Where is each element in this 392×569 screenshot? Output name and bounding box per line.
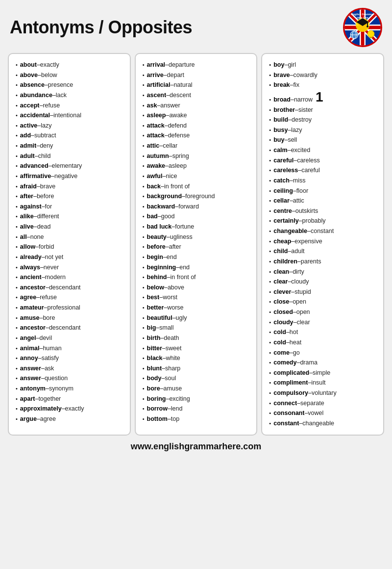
list-item: cold – heat	[269, 337, 378, 348]
list-item: compulsory – voluntary	[269, 388, 378, 398]
word-primary: constant	[273, 418, 299, 429]
word-antonym: different	[37, 211, 59, 222]
word-primary: affirmative	[20, 171, 51, 181]
word-antonym: cellar	[163, 141, 177, 151]
list-item: closed – open	[269, 307, 378, 317]
list-item: black – white	[143, 353, 252, 363]
word-primary: boring	[147, 394, 166, 404]
list-item: add – subtract	[16, 130, 125, 141]
word-primary: cold	[273, 327, 286, 337]
list-item: beginning – end	[143, 262, 252, 273]
word-antonym: exactly	[40, 60, 59, 70]
list-item: brother – sister	[269, 105, 378, 115]
word-primary: answer	[20, 373, 41, 384]
word-antonym: cowardly	[294, 70, 318, 80]
list-item: attack – defend	[143, 121, 252, 131]
word-primary: attic	[147, 141, 160, 151]
word-antonym: after	[169, 242, 181, 252]
word-primary: build	[273, 115, 288, 125]
column-1: about – exactlyabove – belowabsence – pr…	[8, 53, 131, 436]
word-primary: ancestor	[20, 283, 46, 293]
word-antonym: excited	[291, 145, 311, 155]
word-antonym: sweet	[166, 343, 182, 354]
word-antonym: descendant	[49, 323, 81, 333]
list-item: autumn – spring	[143, 151, 252, 161]
list-item: connect – separate	[269, 398, 378, 409]
word-primary: children	[273, 257, 297, 267]
word-primary: black	[147, 353, 163, 363]
list-item: boy – girl	[269, 60, 378, 70]
word-primary: child	[273, 246, 288, 257]
word-antonym: for	[45, 202, 52, 212]
logo-inner: English Grammar Here.Com	[344, 9, 381, 46]
word-antonym: together	[38, 394, 61, 404]
word-antonym: in front of	[164, 181, 190, 192]
word-primary: arrive	[147, 70, 164, 80]
list-item: compliment – insult	[269, 378, 378, 388]
word-antonym: separate	[300, 398, 324, 409]
columns-container: about – exactlyabove – belowabsence – pr…	[8, 53, 384, 436]
footer: www.englishgrammarhere.com	[8, 441, 384, 452]
word-primary: awful	[147, 171, 163, 181]
word-antonym: defense	[168, 130, 190, 141]
list-item: constant – changeable	[269, 418, 378, 429]
word-antonym: worse	[167, 303, 183, 313]
list-item: begin – end	[143, 252, 252, 262]
word-primary: absence	[20, 80, 45, 90]
word-primary: cellar	[273, 196, 290, 206]
word-antonym: hot	[290, 327, 298, 337]
list-item: bitter – sweet	[143, 343, 252, 354]
word-antonym: end	[179, 262, 190, 273]
list-item: ceiling – floor	[269, 186, 378, 196]
word-antonym: worst	[163, 292, 177, 303]
list-item: bore – amuse	[143, 384, 252, 394]
page-badge: 1	[316, 90, 323, 104]
word-primary: busy	[273, 125, 288, 135]
list-item: certainly – probably	[269, 216, 378, 226]
word-primary: come	[273, 348, 290, 358]
word-antonym: natural	[173, 80, 192, 90]
list-item: before – after	[143, 242, 252, 252]
list-item: calm – excited	[269, 145, 378, 155]
list-item: birth – death	[143, 333, 252, 343]
list-item: approximately – exactly	[16, 404, 125, 414]
list-item: artificial – natural	[143, 80, 252, 90]
word-list-2: arrival – departurearrive – departartifi…	[143, 60, 252, 424]
word-antonym: synonym	[49, 384, 74, 394]
word-primary: alive	[20, 222, 34, 232]
list-item: answer – ask	[16, 363, 125, 374]
word-primary: admit	[20, 141, 36, 151]
word-antonym: vowel	[308, 408, 323, 418]
word-antonym: cloudy	[291, 277, 309, 287]
list-item: buy – sell	[269, 135, 378, 145]
word-antonym: exciting	[169, 394, 190, 404]
word-antonym: dead	[37, 222, 51, 232]
list-item: break – fix	[269, 80, 378, 90]
list-item: clever – stupid	[269, 287, 378, 297]
word-primary: broad	[273, 95, 291, 105]
word-primary: above	[20, 70, 38, 80]
word-antonym: constant	[311, 226, 334, 236]
word-antonym: open	[296, 307, 310, 317]
word-primary: big	[147, 323, 156, 333]
col3-header: boy – girlbrave – cowardlybreak – fixbro…	[269, 60, 378, 429]
word-antonym: small	[159, 323, 173, 333]
list-item: consonant – vowel	[269, 408, 378, 418]
list-item: better – worse	[143, 303, 252, 313]
word-primary: abundance	[20, 90, 52, 101]
list-item: accidental – intentional	[16, 110, 125, 121]
word-antonym: soul	[165, 373, 176, 384]
list-item: about – exactly	[16, 60, 125, 70]
word-primary: careless	[273, 165, 298, 176]
word-antonym: careless	[297, 155, 320, 166]
word-primary: ancient	[20, 272, 42, 283]
list-item: careless – careful	[269, 165, 378, 176]
word-primary: artificial	[147, 80, 171, 90]
word-antonym: stupid	[294, 287, 311, 297]
word-primary: calm	[273, 145, 288, 155]
list-item: beautiful – ugly	[143, 313, 252, 323]
word-primary: boy	[273, 60, 284, 70]
word-primary: ceiling	[273, 186, 293, 196]
word-primary: brother	[273, 105, 295, 115]
list-item: allow – forbid	[16, 242, 125, 252]
